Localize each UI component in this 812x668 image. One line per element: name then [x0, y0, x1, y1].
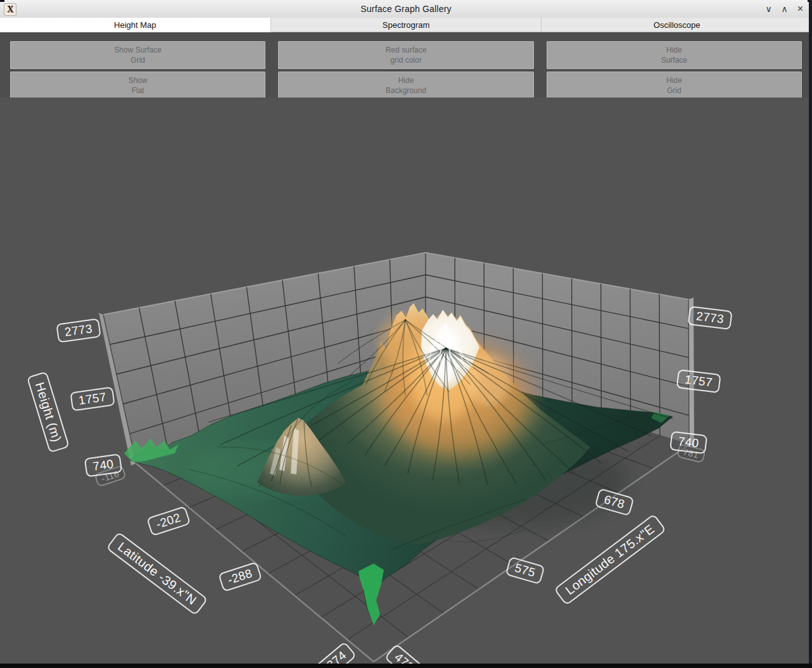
- button-label-line: Show: [129, 75, 148, 85]
- hide-background-button[interactable]: Hide Background: [278, 72, 533, 99]
- chevron-up-icon: ∧: [781, 4, 787, 14]
- window-corner-decoration: [0, 0, 4, 2]
- button-label-line: Hide: [398, 75, 414, 85]
- hide-grid-button[interactable]: Hide Grid: [547, 72, 802, 99]
- button-label-line: Surface: [661, 55, 687, 65]
- close-icon: ×: [797, 3, 804, 15]
- window-title: Surface Graph Gallery: [0, 4, 812, 14]
- show-flat-button[interactable]: Show Flat: [10, 72, 265, 99]
- button-label-line: Flat: [132, 85, 144, 96]
- chevron-down-icon: ∨: [765, 4, 771, 14]
- button-label-line: Show Surface: [114, 45, 162, 55]
- tab-spectrogram[interactable]: Spectrogram: [271, 18, 542, 32]
- button-label-line: Hide: [666, 45, 682, 55]
- toolbar: Show Surface Grid Red surface grid color…: [10, 41, 802, 99]
- button-label-line: grid color: [390, 55, 421, 65]
- button-label-line: Grid: [130, 55, 145, 65]
- button-label-line: Hide: [666, 75, 682, 85]
- button-label-line: Grid: [667, 85, 682, 96]
- screen-edge-strip: [809, 0, 812, 664]
- button-label-line: Background: [386, 85, 426, 96]
- tab-oscilloscope[interactable]: Oscilloscope: [542, 18, 812, 32]
- tab-height-map[interactable]: Height Map: [0, 18, 271, 32]
- hide-surface-button[interactable]: Hide Surface: [547, 41, 802, 69]
- screen-bottom-strip: [0, 664, 812, 668]
- maximize-button[interactable]: ∧: [777, 4, 792, 14]
- button-label-line: Red surface: [386, 45, 427, 55]
- title-bar[interactable]: X Surface Graph Gallery ∨ ∧ ×: [0, 0, 812, 18]
- surface-3d-view[interactable]: 781 -116 2773 1757 740 Height (m) 2773 1…: [0, 98, 812, 668]
- show-surface-grid-button[interactable]: Show Surface Grid: [10, 41, 265, 69]
- main-content: Show Surface Grid Red surface grid color…: [0, 32, 812, 668]
- surface-grid-color-button[interactable]: Red surface grid color: [278, 41, 533, 69]
- tab-bar: Height Map Spectrogram Oscilloscope: [0, 18, 812, 32]
- close-button[interactable]: ×: [792, 3, 808, 15]
- shade-button[interactable]: ∨: [761, 4, 777, 14]
- window-controls: ∨ ∧ ×: [761, 0, 808, 18]
